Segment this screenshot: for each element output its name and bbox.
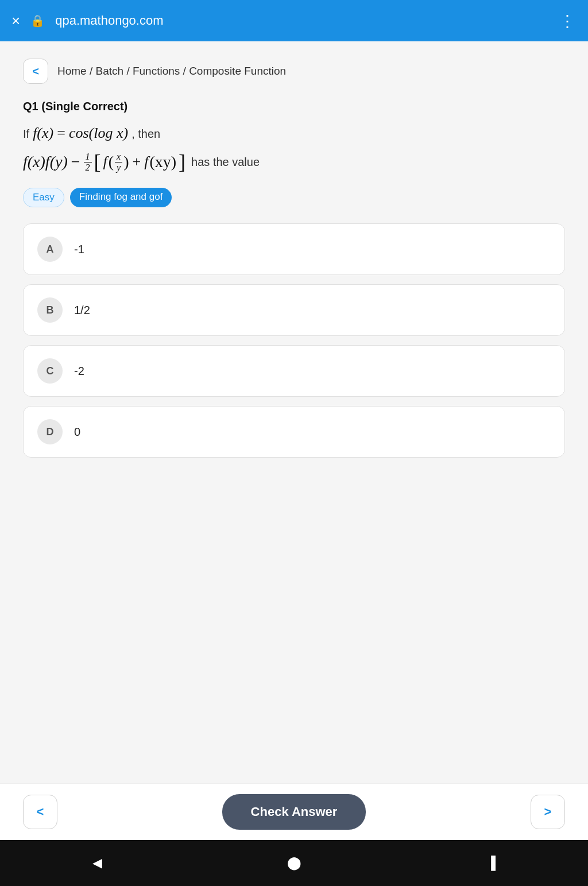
option-d-value: 0	[74, 425, 80, 439]
prev-button[interactable]: <	[23, 795, 57, 829]
expression-suffix: has the value	[191, 156, 260, 169]
close-icon[interactable]: ×	[11, 12, 20, 30]
next-button[interactable]: >	[531, 795, 565, 829]
browser-chrome-bar: × 🔒 qpa.mathongo.com ⋮	[0, 0, 588, 41]
option-c-circle: C	[37, 358, 63, 384]
option-b-value: 1/2	[74, 304, 90, 317]
option-b-circle: B	[37, 297, 63, 323]
tag-topic: Finding fog and gof	[70, 188, 172, 207]
option-a-circle: A	[37, 237, 63, 262]
option-a[interactable]: A -1	[23, 223, 565, 275]
back-button[interactable]: <	[23, 59, 48, 84]
bottom-navigation-bar: < Check Answer >	[0, 783, 588, 840]
check-answer-button[interactable]: Check Answer	[222, 794, 366, 830]
option-a-value: -1	[74, 243, 84, 256]
option-d[interactable]: D 0	[23, 406, 565, 458]
nav-back-icon[interactable]: ◀	[92, 856, 102, 870]
math-area: If f(x) = cos(log x) , then f(x)f(y) − 1…	[23, 125, 565, 174]
browser-url: qpa.mathongo.com	[55, 13, 163, 28]
nav-home-icon[interactable]: ⬤	[287, 856, 301, 870]
options-list: A -1 B 1/2 C -2 D 0	[23, 223, 565, 458]
breadcrumb-path: Home / Batch / Functions / Composite Fun…	[57, 65, 286, 78]
tag-easy: Easy	[23, 188, 64, 207]
option-c[interactable]: C -2	[23, 345, 565, 397]
lock-icon: 🔒	[30, 14, 45, 28]
breadcrumb: < Home / Batch / Functions / Composite F…	[23, 59, 565, 84]
system-navigation-bar: ◀ ⬤ ▐	[0, 840, 588, 886]
option-d-circle: D	[37, 419, 63, 444]
question-tags: Easy Finding fog and gof	[23, 188, 565, 207]
nav-recent-icon[interactable]: ▐	[486, 856, 496, 870]
question-label: Q1 (Single Correct)	[23, 100, 565, 113]
more-options-icon[interactable]: ⋮	[559, 11, 577, 30]
option-c-value: -2	[74, 365, 84, 378]
question-premise: If f(x) = cos(log x) , then	[23, 125, 565, 142]
question-expression: f(x)f(y) − 1 2 [ f ( x y ) +	[23, 150, 565, 174]
main-content: < Home / Batch / Functions / Composite F…	[0, 41, 588, 840]
option-b[interactable]: B 1/2	[23, 284, 565, 336]
